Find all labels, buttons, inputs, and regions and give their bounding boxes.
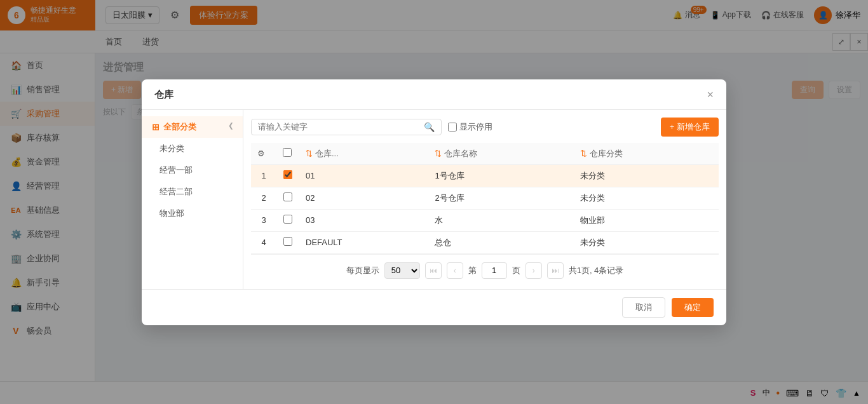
table-panel: 🔍 显示停用 + 新增仓库 ⚙ [243, 110, 726, 289]
cat-item-ops2[interactable]: 经营二部 [142, 181, 243, 203]
modal-close-button[interactable]: × [707, 88, 714, 102]
cat-item-ops1[interactable]: 经营一部 [142, 159, 243, 181]
row-name: 总仓 [428, 231, 573, 253]
row-category: 未分类 [574, 231, 719, 253]
row-category: 未分类 [574, 165, 719, 187]
per-page-select[interactable]: 50 100 200 [384, 262, 420, 279]
table-header-row: ⚙ ⇅仓库... ⇅仓库名称 [251, 143, 719, 165]
table-row[interactable]: 2 02 2号仓库 未分类 [251, 187, 719, 209]
category-all[interactable]: ⊞ 全部分类 《 [142, 116, 243, 138]
row-checkbox[interactable] [283, 170, 292, 179]
col-category-header: ⇅仓库分类 [574, 143, 719, 165]
sort-icon-category: ⇅ [580, 149, 587, 158]
row-num: 3 [251, 209, 276, 231]
category-panel: ⊞ 全部分类 《 未分类 经营一部 经营二部 物业部 [142, 110, 243, 289]
warehouse-modal: 仓库 × ⊞ 全部分类 《 未分类 经营一部 经营二部 物业部 [142, 79, 726, 325]
row-checkbox-cell [276, 165, 299, 187]
row-code: 02 [299, 187, 428, 209]
col-check [276, 143, 299, 165]
page-label-post: 页 [512, 265, 520, 276]
row-num: 1 [251, 165, 276, 187]
row-name: 水 [428, 209, 573, 231]
row-checkbox-cell [276, 209, 299, 231]
cat-item-unclassified[interactable]: 未分类 [142, 138, 243, 159]
row-checkbox[interactable] [283, 192, 292, 201]
search-box: 🔍 [251, 119, 442, 135]
confirm-button[interactable]: 确定 [672, 298, 714, 317]
collapse-arrow-icon[interactable]: 《 [225, 121, 233, 132]
table-toolbar: 🔍 显示停用 + 新增仓库 [251, 118, 719, 137]
sort-icon-name: ⇅ [435, 149, 442, 158]
per-page-label: 每页显示 [346, 265, 379, 276]
row-code: DEFAULT [299, 231, 428, 253]
table-row[interactable]: 4 DEFAULT 总仓 未分类 [251, 231, 719, 253]
add-warehouse-button[interactable]: + 新增仓库 [661, 118, 719, 137]
row-code: 03 [299, 209, 428, 231]
row-checkbox[interactable] [283, 215, 292, 224]
row-checkbox-cell [276, 231, 299, 253]
category-all-label: 全部分类 [163, 121, 196, 133]
search-input[interactable] [258, 122, 420, 131]
col-name-header: ⇅仓库名称 [428, 143, 573, 165]
page-input[interactable] [482, 262, 507, 279]
total-info: 共1页, 4条记录 [569, 265, 624, 276]
row-num: 2 [251, 187, 276, 209]
page-prev-button[interactable]: ‹ [447, 262, 463, 279]
row-name: 1号仓库 [428, 165, 573, 187]
cat-item-property[interactable]: 物业部 [142, 203, 243, 224]
row-code: 01 [299, 165, 428, 187]
page-first-button[interactable]: ⏮ [425, 262, 442, 279]
row-name: 2号仓库 [428, 187, 573, 209]
table-row[interactable]: 1 01 1号仓库 未分类 [251, 165, 719, 187]
col-code-header: ⇅仓库... [299, 143, 428, 165]
modal-title: 仓库 [154, 89, 173, 101]
row-checkbox-cell [276, 187, 299, 209]
select-all-checkbox[interactable] [283, 148, 292, 157]
modal-body: ⊞ 全部分类 《 未分类 经营一部 经营二部 物业部 🔍 [142, 110, 726, 289]
page-next-button[interactable]: › [526, 262, 542, 279]
modal-header: 仓库 × [142, 79, 726, 110]
col-gear: ⚙ [251, 143, 276, 165]
show-disabled-label: 显示停用 [448, 121, 492, 133]
modal-footer: 取消 确定 [142, 289, 726, 325]
grid-icon: ⊞ [152, 122, 159, 132]
modal-overlay: 仓库 × ⊞ 全部分类 《 未分类 经营一部 经营二部 物业部 [0, 0, 868, 404]
row-category: 未分类 [574, 187, 719, 209]
page-last-button[interactable]: ⏭ [547, 262, 564, 279]
sort-icon-code: ⇅ [306, 149, 313, 158]
warehouse-table: ⚙ ⇅仓库... ⇅仓库名称 [251, 143, 719, 254]
cancel-button[interactable]: 取消 [622, 297, 665, 318]
search-icon: 🔍 [424, 122, 435, 132]
table-row[interactable]: 3 03 水 物业部 [251, 209, 719, 231]
page-label-pre: 第 [468, 265, 477, 276]
pagination: 每页显示 50 100 200 ⏮ ‹ 第 页 › ⏭ 共1页, 4条记录 [251, 254, 719, 281]
show-disabled-checkbox[interactable] [448, 123, 457, 131]
row-checkbox[interactable] [283, 237, 292, 246]
row-num: 4 [251, 231, 276, 253]
row-category: 物业部 [574, 209, 719, 231]
